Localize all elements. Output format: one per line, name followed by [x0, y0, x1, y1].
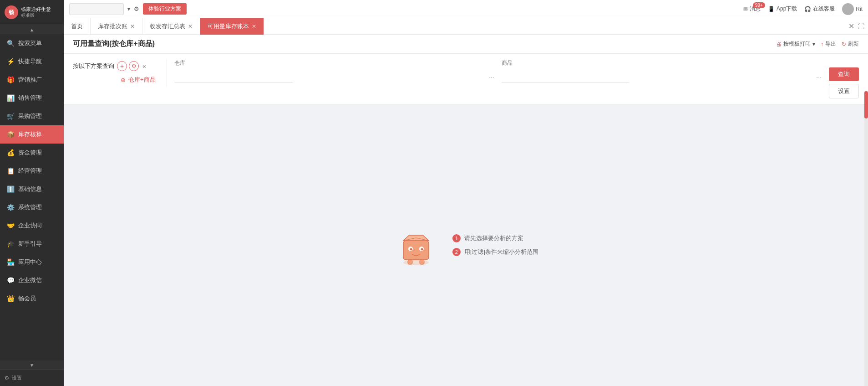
content-area: 可用量查询(按仓库+商品) 🖨 按模板打印 ▾ ↑ 导出 ↻ 刷新: [64, 35, 868, 386]
query-btn[interactable]: 查询: [829, 67, 859, 81]
sidebar-header: 畅 畅康通好生意 标准版: [0, 0, 64, 25]
sidebar-item-sales[interactable]: 📊 销售管理: [0, 89, 64, 107]
empty-tip-1: 1 请先选择要分析的方案: [452, 234, 538, 242]
right-scrollbar[interactable]: [864, 91, 868, 386]
product-filter-field: 商品 ...: [502, 59, 823, 82]
search-input[interactable]: [69, 3, 124, 15]
empty-illustration: [393, 222, 439, 268]
search-nav-icon: 🔍: [6, 39, 15, 47]
export-icon: ↑: [821, 41, 823, 47]
messages-badge: 99+: [753, 2, 765, 8]
tab-close-batch[interactable]: ✕: [130, 23, 135, 30]
message-icon: ✉: [743, 6, 748, 12]
main-area: ▾ ⚙ 体验行业方案 ✉ 消息 99+ 📱 App下载 🎧 在线客服 Rit: [64, 0, 868, 386]
filter-label: 按以下方案查询: [73, 60, 114, 70]
warehouse-filter-field: 仓库 ...: [174, 59, 496, 82]
tip-number-1: 1: [452, 234, 461, 242]
online-service-btn[interactable]: 🎧 在线客服: [804, 5, 835, 13]
warehouse-input-wrapper: ...: [174, 69, 496, 82]
purchase-icon: 🛒: [6, 112, 15, 120]
finance-icon: 💰: [6, 149, 15, 157]
empty-content: 1 请先选择要分析的方案 2 用[过滤]条件来缩小分析范围: [393, 222, 538, 268]
gear-icon[interactable]: ⚙: [134, 5, 139, 12]
sidebar-item-vip[interactable]: 👑 畅会员: [0, 289, 64, 308]
tab-summary[interactable]: 收发存汇总表 ✕: [142, 18, 200, 35]
sidebar-title: 畅康通好生意: [21, 6, 51, 12]
sidebar-item-search[interactable]: 🔍 搜索菜单: [0, 34, 64, 52]
export-btn[interactable]: ↑ 导出: [821, 40, 836, 48]
sidebar-item-guide[interactable]: 🎓 新手引导: [0, 235, 64, 253]
operation-icon: 📋: [6, 167, 15, 175]
sidebar-bottom[interactable]: ⚙ 设置: [0, 370, 64, 386]
headset-icon: 🎧: [804, 6, 811, 12]
sidebar-nav: 🔍 搜索菜单 ⚡ 快捷导航 🎁 营销推广 📊 销售管理 🛒 采购管理 📦 库存核…: [0, 34, 64, 360]
expand-btn[interactable]: ⛶: [858, 23, 864, 30]
sidebar-item-finance[interactable]: 💰 资金管理: [0, 144, 64, 162]
tabs-bar: 首页 库存批次账 ✕ 收发存汇总表 ✕ 可用量库存账本 ✕ ✕ ⛶: [64, 18, 868, 35]
tab-available-inventory[interactable]: 可用量库存账本 ✕: [200, 18, 264, 35]
empty-tips: 1 请先选择要分析的方案 2 用[过滤]条件来缩小分析范围: [452, 234, 538, 256]
print-btn[interactable]: 🖨 按模板打印 ▾: [776, 40, 815, 48]
filter-panel: 按以下方案查询 + ⚙ « ⊕ 仓库+商品 仓库: [64, 54, 868, 104]
product-input-wrapper: ...: [502, 69, 823, 82]
wechat-icon: 💬: [6, 276, 15, 284]
sidebar-item-marketing[interactable]: 🎁 营销推广: [0, 71, 64, 89]
refresh-btn[interactable]: ↻ 刷新: [842, 40, 859, 48]
inventory-icon: 📦: [6, 130, 15, 139]
sidebar-item-quicknav[interactable]: ⚡ 快捷导航: [0, 52, 64, 71]
dropdown-arrow[interactable]: ▾: [127, 6, 130, 12]
sidebar-item-purchase[interactable]: 🛒 采购管理: [0, 107, 64, 125]
sidebar: 畅 畅康通好生意 标准版 ▲ 🔍 搜索菜单 ⚡ 快捷导航 🎁 营销推广 📊 销售…: [0, 0, 64, 386]
svg-rect-1: [403, 241, 429, 260]
schema-label: 仓库+商品: [128, 76, 156, 84]
filter-add-btn[interactable]: +: [117, 61, 127, 71]
system-icon: ⚙️: [6, 203, 15, 211]
product-input[interactable]: [502, 69, 629, 82]
avatar: [842, 3, 854, 15]
sidebar-item-basicinfo[interactable]: ℹ️ 基础信息: [0, 180, 64, 198]
messages-btn[interactable]: ✉ 消息 99+: [743, 5, 761, 13]
tab-close-summary[interactable]: ✕: [188, 23, 193, 30]
sidebar-scroll-up[interactable]: ▲: [0, 25, 64, 34]
svg-point-6: [421, 248, 423, 251]
sidebar-item-operation[interactable]: 📋 经营管理: [0, 162, 64, 180]
topbar-right: ✉ 消息 99+ 📱 App下载 🎧 在线客服 Rit: [743, 3, 863, 15]
filter-collapse-btn[interactable]: «: [142, 62, 146, 70]
tab-batch-ledger[interactable]: 库存批次账 ✕: [91, 18, 142, 35]
sidebar-item-appcenter[interactable]: 🏪 应用中心: [0, 253, 64, 271]
sidebar-item-inventory[interactable]: 📦 库存核算: [0, 125, 64, 144]
filter-controls: + ⚙ «: [117, 61, 159, 71]
filter-divider: [167, 59, 167, 87]
empty-state: 1 请先选择要分析的方案 2 用[过滤]条件来缩小分析范围: [64, 104, 868, 386]
app-download-btn[interactable]: 📱 App下载: [768, 5, 797, 13]
schema-icon: ⊕: [121, 77, 126, 83]
refresh-icon: ↻: [842, 41, 846, 47]
topbar: ▾ ⚙ 体验行业方案 ✉ 消息 99+ 📱 App下载 🎧 在线客服 Rit: [64, 0, 868, 18]
sidebar-item-enterprise[interactable]: 🤝 企业协同: [0, 216, 64, 235]
sidebar-item-wechat[interactable]: 💬 企业微信: [0, 271, 64, 289]
svg-point-5: [410, 248, 412, 251]
phone-icon: 📱: [768, 6, 775, 12]
print-dropdown-arrow[interactable]: ▾: [812, 41, 815, 47]
close-all-tabs-btn[interactable]: ✕: [848, 22, 854, 31]
appcenter-icon: 🏪: [6, 258, 15, 266]
filter-schema-item[interactable]: ⊕ 仓库+商品: [117, 74, 159, 86]
tab-close-available[interactable]: ✕: [252, 23, 256, 30]
warehouse-dots[interactable]: ...: [489, 72, 494, 79]
sidebar-scroll-down[interactable]: ▼: [0, 360, 64, 370]
product-dots[interactable]: ...: [816, 72, 822, 79]
guide-icon: 🎓: [6, 240, 15, 248]
tab-home[interactable]: 首页: [64, 18, 91, 35]
sidebar-logo: 畅: [5, 5, 18, 19]
sidebar-item-system[interactable]: ⚙️ 系统管理: [0, 198, 64, 216]
warehouse-label: 仓库: [174, 59, 496, 67]
setting-btn[interactable]: 设置: [829, 84, 859, 98]
tip-number-2: 2: [452, 248, 461, 256]
user-btn[interactable]: Rit: [842, 3, 863, 15]
svg-rect-8: [420, 260, 424, 264]
filter-settings-btn[interactable]: ⚙: [129, 61, 139, 71]
scrollbar-thumb: [864, 91, 868, 118]
industry-btn[interactable]: 体验行业方案: [143, 3, 187, 15]
warehouse-input[interactable]: [174, 69, 293, 82]
settings-icon: ⚙: [5, 375, 9, 381]
